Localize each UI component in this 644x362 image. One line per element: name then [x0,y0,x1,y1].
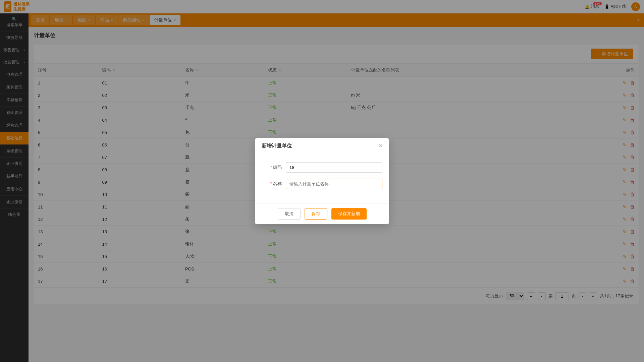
modal-close-button[interactable]: × [379,143,382,149]
modal-overlay: 新增计量单位 × *编码 *名称 取消 保存 保存并新增 [0,0,644,362]
form-item-name: *名称 [262,179,382,189]
name-input[interactable] [286,179,382,189]
form-label-name: *名称 [262,181,282,187]
modal-footer: 取消 保存 保存并新增 [255,203,389,224]
form-item-code: *编码 [262,162,382,173]
save-and-new-button[interactable]: 保存并新增 [331,208,367,220]
code-input[interactable] [286,162,382,173]
cancel-button[interactable]: 取消 [278,208,301,220]
form-label-code: *编码 [262,164,282,170]
save-button[interactable]: 保存 [305,208,327,220]
add-unit-modal: 新增计量单位 × *编码 *名称 取消 保存 保存并新增 [255,138,389,224]
modal-header: 新增计量单位 × [255,138,389,154]
modal-body: *编码 *名称 [255,154,389,203]
modal-title: 新增计量单位 [262,143,292,149]
